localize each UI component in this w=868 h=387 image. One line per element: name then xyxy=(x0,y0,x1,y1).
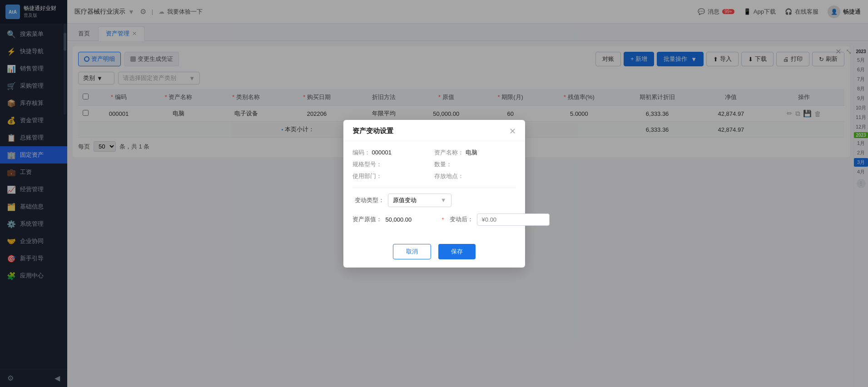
after-value-input[interactable] xyxy=(477,213,550,226)
dialog-spec-row: 规格型号： xyxy=(352,160,434,169)
dialog-change-type-row: 变动类型： 原值变动 ▼ xyxy=(352,194,516,207)
dialog-info-grid: 编码： 000001 资产名称： 电脑 规格型号： 数量： 使用部门： xyxy=(352,149,516,180)
dialog-body: 编码： 000001 资产名称： 电脑 规格型号： 数量： 使用部门： xyxy=(343,141,525,239)
dialog-quantity-row: 数量： xyxy=(434,160,516,169)
dialog-name-row: 资产名称： 电脑 xyxy=(434,149,516,157)
dialog-location-row: 存放地点： xyxy=(434,172,516,180)
modal-overlay: 资产变动设置 ✕ 编码： 000001 资产名称： 电脑 规格型号： 数 xyxy=(0,0,868,387)
dialog-divider xyxy=(352,188,516,188)
asset-change-dialog: 资产变动设置 ✕ 编码： 000001 资产名称： 电脑 规格型号： 数 xyxy=(343,120,525,268)
dialog-header: 资产变动设置 ✕ xyxy=(343,120,525,141)
dialog-code-row: 编码： 000001 xyxy=(352,149,434,157)
change-type-select[interactable]: 原值变动 ▼ xyxy=(388,194,451,207)
required-mark: * xyxy=(442,216,444,223)
cancel-button[interactable]: 取消 xyxy=(393,244,431,259)
dialog-value-row: 资产原值： 50,000.00 * 变动后： xyxy=(352,213,516,226)
save-button[interactable]: 保存 xyxy=(438,244,476,259)
change-type-chevron-icon: ▼ xyxy=(441,197,446,203)
dialog-dept-row: 使用部门： xyxy=(352,172,434,180)
dialog-close-button[interactable]: ✕ xyxy=(509,126,516,136)
dialog-footer: 取消 保存 xyxy=(343,239,525,268)
dialog-title: 资产变动设置 xyxy=(352,127,393,135)
